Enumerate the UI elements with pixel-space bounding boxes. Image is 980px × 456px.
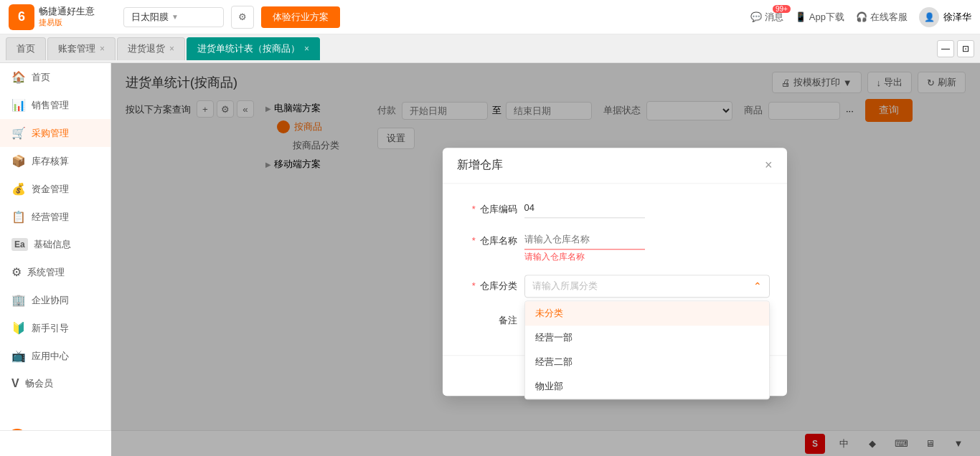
sidebar-inventory-label: 库存核算: [32, 155, 69, 168]
guide-icon: 🔰: [11, 321, 26, 335]
dropdown-item-ops2[interactable]: 经营二部: [525, 350, 769, 374]
message-badge: 99+: [773, 5, 791, 13]
sidebar-item-finance[interactable]: 💰 资金管理: [0, 175, 110, 203]
purchase-icon: 🛒: [11, 126, 26, 140]
system-icon: ⚙: [11, 265, 22, 279]
tab-maximize[interactable]: ⊡: [957, 40, 974, 57]
sidebar-item-system[interactable]: ⚙ 系统管理: [0, 258, 110, 286]
sidebar-membership-label: 畅会员: [25, 377, 53, 390]
name-input[interactable]: [524, 229, 645, 250]
headset-icon: 🎧: [856, 11, 867, 22]
tab-accounts-label: 账套管理: [58, 42, 95, 55]
basic-info-icon: Ea: [11, 238, 28, 251]
modal-header: 新增仓库 ×: [443, 148, 787, 184]
dropdown-item-unclassified[interactable]: 未分类: [525, 301, 769, 326]
sidebar-item-app-center[interactable]: 📺 应用中心: [0, 342, 110, 370]
category-placeholder: 请输入所属分类: [532, 280, 598, 293]
category-input-wrapper: 请输入所属分类 ⌃ 未分类 经营一部 经营二部 物业部: [524, 275, 770, 298]
sidebar-basic-info-label: 基础信息: [34, 238, 71, 251]
message-icon: 💬: [750, 11, 762, 22]
tab-home-label: 首页: [17, 42, 35, 55]
tab-returns[interactable]: 进货退货 ×: [117, 37, 185, 60]
tab-home[interactable]: 首页: [6, 37, 46, 60]
trial-button[interactable]: 体验行业方案: [261, 6, 340, 28]
dropdown-item-ops1[interactable]: 经营一部: [525, 326, 769, 350]
app-center-icon: 📺: [11, 349, 26, 363]
sidebar-home-label: 首页: [32, 71, 50, 84]
finance-icon: 💰: [11, 182, 26, 196]
code-label: * 仓库编码: [460, 198, 517, 216]
inventory-icon: 📦: [11, 154, 26, 168]
app-download-button[interactable]: 📱 App下载: [795, 11, 844, 24]
user-avatar: 👤: [919, 7, 939, 27]
tab-bar: 首页 账套管理 × 进货退货 × 进货单统计表（按商品） × — ⊡: [0, 34, 980, 63]
category-arrow-icon: ⌃: [753, 280, 762, 292]
logo-sub: 捷易版: [39, 17, 95, 28]
sidebar-item-purchase[interactable]: 🛒 采购管理: [0, 119, 110, 147]
tab-stats[interactable]: 进货单统计表（按商品） ×: [187, 37, 320, 60]
code-input-wrapper: [524, 198, 770, 218]
sidebar-item-operations[interactable]: 📋 经营管理: [0, 203, 110, 231]
name-label: * 仓库名称: [460, 229, 517, 247]
sidebar-item-guide[interactable]: 🔰 新手引导: [0, 314, 110, 342]
category-selector[interactable]: 请输入所属分类 ⌃: [524, 275, 770, 298]
store-selector[interactable]: 日太阳膜 ▼: [123, 7, 224, 27]
top-header: 6 畅捷通好生意 捷易版 日太阳膜 ▼ ⚙ 体验行业方案 💬 消息 99+ 📱 …: [0, 0, 980, 34]
sidebar-system-label: 系统管理: [27, 266, 65, 279]
category-dropdown: 未分类 经营一部 经营二部 物业部: [524, 300, 770, 399]
sidebar-item-sales[interactable]: 📊 销售管理: [0, 91, 110, 119]
name-error-msg: 请输入仓库名称: [524, 251, 770, 263]
gear-icon: ⚙: [238, 11, 247, 22]
tab-stats-close[interactable]: ×: [304, 44, 309, 54]
sidebar-item-home[interactable]: 🏠 首页: [0, 63, 110, 91]
code-input[interactable]: [524, 198, 645, 218]
phone-icon: 📱: [795, 11, 806, 22]
tab-returns-label: 进货退货: [128, 42, 165, 55]
store-arrow-icon: ▼: [171, 13, 179, 21]
logo-icon: 6: [9, 4, 34, 30]
content-area: 进货单统计(按商品) 🖨 按模板打印 ▼ ↓ 导出 ↻ 刷新: [111, 63, 980, 456]
tab-controls: — ⊡: [937, 40, 974, 57]
logo-name: 畅捷通好生意: [39, 6, 95, 18]
username: 徐泽华: [943, 11, 971, 24]
form-row-code: * 仓库编码: [460, 198, 770, 218]
sidebar-purchase-label: 采购管理: [32, 127, 69, 140]
header-right: 💬 消息 99+ 📱 App下载 🎧 在线客服 👤 徐泽华: [750, 7, 971, 27]
category-label: * 仓库分类: [460, 275, 517, 293]
logo-text-block: 畅捷通好生意 捷易版: [39, 6, 95, 29]
name-input-wrapper: 请输入仓库名称: [524, 229, 770, 263]
sidebar-sales-label: 销售管理: [32, 99, 69, 112]
service-label: 在线客服: [870, 11, 908, 24]
note-label: 备注: [460, 309, 517, 327]
modal-new-warehouse: 新增仓库 × * 仓库编码 *: [443, 148, 787, 396]
form-row-name: * 仓库名称 请输入仓库名称: [460, 229, 770, 263]
sidebar-item-membership[interactable]: V 畅会员: [0, 370, 110, 397]
store-name: 日太阳膜: [131, 11, 169, 24]
user-area[interactable]: 👤 徐泽华: [919, 7, 971, 27]
operations-icon: 📋: [11, 210, 26, 224]
sidebar-item-enterprise[interactable]: 🏢 企业协同: [0, 286, 110, 314]
sidebar: 🏠 首页 📊 销售管理 🛒 采购管理 📦 库存核算 💰 资金管理 📋 经营管理 …: [0, 63, 111, 456]
tab-accounts-close[interactable]: ×: [100, 44, 105, 54]
modal-close-button[interactable]: ×: [765, 158, 773, 173]
settings-button[interactable]: ⚙: [231, 6, 254, 29]
customer-service-button[interactable]: 🎧 在线客服: [856, 11, 908, 24]
enterprise-icon: 🏢: [11, 293, 26, 307]
sidebar-item-basic-info[interactable]: Ea 基础信息: [0, 231, 110, 258]
sidebar-item-inventory[interactable]: 📦 库存核算: [0, 147, 110, 175]
form-row-category: * 仓库分类 请输入所属分类 ⌃ 未分类 经营一部 经营二部: [460, 275, 770, 298]
tab-accounts[interactable]: 账套管理 ×: [47, 37, 116, 60]
tab-minimize[interactable]: —: [937, 40, 954, 57]
sidebar-operations-label: 经营管理: [32, 211, 69, 224]
message-button[interactable]: 💬 消息 99+: [750, 11, 783, 24]
main-layout: 🏠 首页 📊 销售管理 🛒 采购管理 📦 库存核算 💰 资金管理 📋 经营管理 …: [0, 63, 980, 456]
tab-returns-close[interactable]: ×: [169, 44, 174, 54]
home-icon: 🏠: [11, 70, 26, 84]
sales-icon: 📊: [11, 98, 26, 112]
logo-area: 6 畅捷通好生意 捷易版: [9, 4, 116, 30]
membership-icon: V: [11, 377, 19, 390]
modal-title: 新增仓库: [457, 158, 503, 173]
dropdown-item-property[interactable]: 物业部: [525, 374, 769, 399]
sidebar-enterprise-label: 企业协同: [32, 294, 69, 307]
sidebar-finance-label: 资金管理: [32, 183, 69, 196]
